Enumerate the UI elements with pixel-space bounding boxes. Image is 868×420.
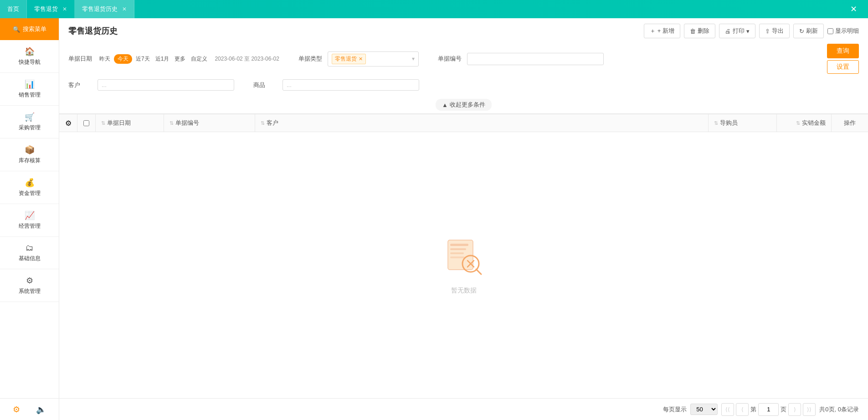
doc-type-select[interactable]: 零售退货 ✕ ▾: [328, 51, 419, 67]
sidebar-item-inventory[interactable]: 📦 库存核算: [0, 138, 59, 171]
tab-retail-return[interactable]: 零售退货 ✕: [27, 0, 75, 18]
pagination-nav: ⟨⟨ ⟨ 第 页 ⟩ ⟩⟩: [721, 403, 816, 416]
filter-area: 单据日期 昨天 今天 近7天 近1月 更多 自定义 2023-06-02 至 2…: [68, 44, 859, 113]
th-settings[interactable]: ⚙: [59, 114, 77, 132]
sidebar-item-sales[interactable]: 📊 销售管理: [0, 73, 59, 106]
per-page-select[interactable]: 50 100 200: [690, 404, 718, 415]
delete-button[interactable]: 🗑 删除: [684, 24, 715, 38]
svg-rect-1: [450, 244, 468, 246]
collapse-button[interactable]: ▲ 收起更多条件: [436, 99, 492, 111]
sidebar-item-base-info-label: 基础信息: [19, 255, 41, 262]
delete-label: 删除: [698, 27, 709, 35]
content-area: 零售退货历史 ＋ + 新增 🗑 删除 🖨 打印 ▾: [59, 18, 868, 420]
sort-guide-icon: ⇅: [714, 120, 718, 126]
show-detail-checkbox[interactable]: 显示明细: [827, 27, 859, 35]
doc-no-filter: 单据编号: [438, 53, 604, 65]
doc-no-input[interactable]: [467, 53, 604, 65]
sort-customer-icon: ⇅: [261, 120, 265, 126]
home-icon: 🏠: [25, 46, 35, 56]
goods-placeholder: ...: [287, 82, 292, 88]
export-label: 导出: [772, 27, 784, 35]
sidebar: 🔍 搜索菜单 🏠 快捷导航 📊 销售管理 🛒 采购管理 📦 库存核算 💰: [0, 18, 59, 420]
th-customer[interactable]: ⇅ 客户: [255, 114, 709, 132]
doc-type-tag-value: 零售退货: [335, 55, 357, 63]
date-today[interactable]: 今天: [114, 54, 132, 64]
last-page-button[interactable]: ⟩⟩: [803, 403, 816, 416]
doc-no-label: 单据编号: [438, 55, 463, 63]
date-yesterday[interactable]: 昨天: [98, 54, 112, 64]
empty-state: 暂无数据: [59, 132, 868, 398]
th-guide[interactable]: ⇅ 导购员: [709, 114, 777, 132]
th-guide-label: 导购员: [720, 119, 738, 127]
sidebar-item-home[interactable]: 🏠 快捷导航: [0, 40, 59, 73]
window-close-button[interactable]: ✕: [847, 4, 861, 14]
th-doc-no[interactable]: ⇅ 单据编号: [164, 114, 255, 132]
th-amount[interactable]: ⇅ 实销金额: [777, 114, 832, 132]
speaker-icon[interactable]: 🔈: [36, 405, 46, 415]
print-arrow-icon: ▾: [746, 28, 750, 35]
setting-button[interactable]: 设置: [827, 60, 859, 74]
table-container: ⚙ ⇅ 单据日期 ⇅ 单据编号 ⇅ 客户 ⇅: [59, 114, 868, 398]
refresh-button[interactable]: ↻ 刷新: [793, 24, 824, 38]
sidebar-item-base-info[interactable]: 🗂 基础信息: [0, 237, 59, 269]
prev-page-button[interactable]: ⟨: [736, 403, 749, 416]
th-doc-date-label: 单据日期: [107, 119, 131, 127]
select-all-checkbox[interactable]: [83, 120, 89, 126]
total-info: 共0页, 0条记录: [819, 405, 859, 414]
inventory-icon: 📦: [25, 145, 35, 155]
goods-select[interactable]: ...: [282, 79, 419, 91]
th-customer-label: 客户: [267, 119, 278, 127]
first-page-button[interactable]: ⟨⟨: [721, 403, 734, 416]
sidebar-item-finance[interactable]: 💰 资金管理: [0, 171, 59, 204]
show-detail-input[interactable]: [827, 28, 833, 34]
sidebar-items: 🏠 快捷导航 📊 销售管理 🛒 采购管理 📦 库存核算 💰 资金管理 📈: [0, 40, 59, 398]
svg-rect-2: [450, 248, 466, 250]
page-title-row: 零售退货历史 ＋ + 新增 🗑 删除 🖨 打印 ▾: [68, 24, 859, 38]
customer-label: 客户: [68, 81, 94, 89]
empty-illustration: [441, 236, 487, 281]
sidebar-item-operations-label: 经营管理: [19, 222, 41, 230]
collapse-icon: ▲: [442, 102, 448, 108]
doc-type-tag-close[interactable]: ✕: [359, 56, 363, 62]
new-button[interactable]: ＋ + 新增: [644, 24, 680, 38]
top-bar-right: ✕: [847, 0, 868, 18]
th-doc-date[interactable]: ⇅ 单据日期: [96, 114, 164, 132]
sidebar-bottom: ⚙ 🔈: [0, 398, 59, 420]
date-buttons: 昨天 今天 近7天 近1月 更多 自定义: [98, 54, 209, 64]
query-button[interactable]: 查询: [827, 44, 859, 58]
date-1month[interactable]: 近1月: [154, 54, 171, 64]
doc-type-tag: 零售退货 ✕: [332, 54, 366, 64]
sidebar-search[interactable]: 🔍 搜索菜单: [0, 18, 59, 40]
page-label: 第: [750, 405, 756, 414]
date-7days[interactable]: 近7天: [134, 54, 152, 64]
tab-retail-return-close[interactable]: ✕: [62, 6, 67, 12]
sidebar-item-purchase[interactable]: 🛒 采购管理: [0, 106, 59, 138]
search-icon: 🔍: [13, 26, 20, 33]
sidebar-item-inventory-label: 库存核算: [19, 157, 41, 164]
sidebar-item-operations[interactable]: 📈 经营管理: [0, 204, 59, 237]
tab-retail-return-history[interactable]: 零售退货历史 ✕: [75, 0, 134, 18]
purchase-icon: 🛒: [25, 112, 35, 122]
goods-filter: 商品 ...: [253, 79, 419, 91]
delete-icon: 🗑: [690, 28, 696, 35]
date-more[interactable]: 更多: [173, 54, 187, 64]
tab-retail-return-history-close[interactable]: ✕: [122, 6, 127, 12]
date-custom[interactable]: 自定义: [189, 54, 209, 64]
sidebar-item-sales-label: 销售管理: [19, 91, 41, 99]
toolbar-actions: ＋ + 新增 🗑 删除 🖨 打印 ▾ ⇧ 导出: [644, 24, 859, 38]
export-button[interactable]: ⇧ 导出: [759, 24, 790, 38]
refresh-icon: ↻: [799, 28, 804, 35]
gear-icon[interactable]: ⚙: [13, 405, 20, 415]
tab-retail-return-history-label: 零售退货历史: [82, 5, 118, 13]
page-number-input[interactable]: [758, 403, 779, 416]
top-bar: 首页 零售退货 ✕ 零售退货历史 ✕ ✕: [0, 0, 868, 18]
sidebar-item-system[interactable]: ⚙ 系统管理: [0, 269, 59, 302]
tab-home-label: 首页: [7, 5, 19, 13]
customer-select[interactable]: ...: [98, 79, 234, 91]
tab-home[interactable]: 首页: [0, 0, 27, 18]
next-page-button[interactable]: ⟩: [788, 403, 801, 416]
print-button[interactable]: 🖨 打印 ▾: [719, 24, 755, 38]
filter-row-1: 单据日期 昨天 今天 近7天 近1月 更多 自定义 2023-06-02 至 2…: [68, 44, 859, 74]
th-checkbox[interactable]: [77, 114, 96, 132]
operations-icon: 📈: [25, 210, 35, 220]
